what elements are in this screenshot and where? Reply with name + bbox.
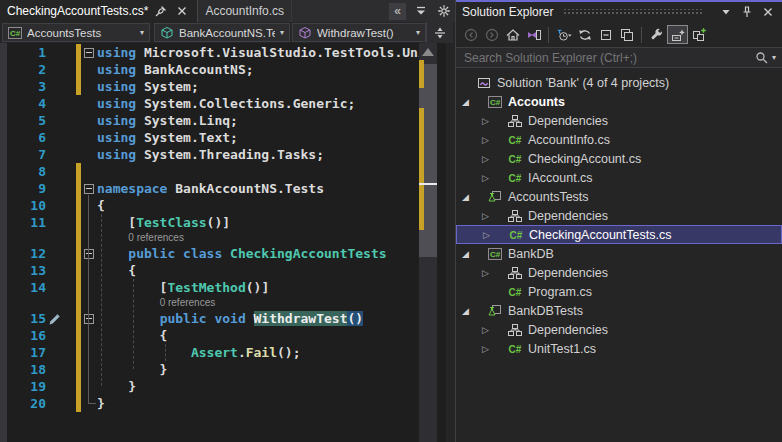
code-line[interactable]: 2using BankAccountNS;: [0, 61, 446, 78]
code-line[interactable]: 4using System.Collections.Generic;: [0, 95, 446, 112]
sync-active-document-icon[interactable]: [574, 25, 595, 44]
tree-expander[interactable]: ◢: [462, 249, 487, 259]
search-input[interactable]: [462, 50, 754, 66]
tree-expander[interactable]: ◢: [462, 192, 487, 202]
show-hidden-tabs-icon[interactable]: [412, 3, 429, 20]
code-text: }: [97, 395, 446, 412]
close-icon[interactable]: [760, 4, 776, 20]
code-line[interactable]: 12 public class CheckingAccountTests: [0, 245, 446, 262]
code-line[interactable]: 10{: [0, 197, 446, 214]
document-tab[interactable]: AccountInfo.cs: [198, 0, 292, 22]
tree-item-dependencies[interactable]: ▷Dependencies: [456, 206, 782, 225]
type-dropdown[interactable]: BankAccountNS.Tests▾: [154, 23, 290, 42]
gutter-spacer: [62, 129, 76, 146]
collapse-all-icon[interactable]: [595, 25, 616, 44]
code-line[interactable]: 11 [TestClass()]: [0, 214, 446, 231]
document-tab[interactable]: CheckingAccountTests.cs*: [0, 0, 198, 22]
csharp-project-icon: C#: [487, 246, 505, 262]
codelens-references[interactable]: 0 references: [97, 296, 446, 310]
tree-item-dependencies[interactable]: ▷Dependencies: [456, 111, 782, 130]
tree-item-unittest1-cs[interactable]: ▷C#UnitTest1.cs: [456, 339, 782, 358]
code-line[interactable]: 15 public void WithdrawTest(): [0, 310, 446, 327]
search-icon[interactable]: [754, 50, 770, 66]
tree-item-bankdbtests[interactable]: ◢BankDBTests: [456, 301, 782, 320]
code-line[interactable]: 18 }: [0, 361, 446, 378]
code-line[interactable]: 13 {: [0, 262, 446, 279]
tree-item-checkingaccount-cs[interactable]: ▷C#CheckingAccount.cs: [456, 149, 782, 168]
close-icon[interactable]: [174, 3, 190, 19]
chevron-down-icon[interactable]: [718, 4, 734, 20]
scroll-tabs-left-icon[interactable]: «: [389, 3, 406, 20]
gutter-spacer: [62, 344, 76, 361]
code-line[interactable]: 5using System.Linq;: [0, 112, 446, 129]
split-editor-button[interactable]: [426, 22, 453, 43]
code-line[interactable]: 1using Microsoft.VisualStudio.TestTools.…: [0, 44, 446, 61]
code-line[interactable]: 6using System.Text;: [0, 129, 446, 146]
tree-item-dependencies[interactable]: ▷Dependencies: [456, 320, 782, 339]
code-editor[interactable]: 1using Microsoft.VisualStudio.TestTools.…: [0, 43, 446, 442]
gutter-spacer: [62, 245, 76, 262]
fold-collapse-box[interactable]: [84, 249, 94, 259]
code-line[interactable]: 19 }: [0, 378, 446, 395]
tree-item-accountinfo-cs[interactable]: ▷C#AccountInfo.cs: [456, 130, 782, 149]
preview-icon[interactable]: [616, 25, 637, 44]
editor-scrollbar[interactable]: [419, 43, 437, 442]
home-icon[interactable]: [502, 25, 523, 44]
tree-item-checkingaccounttests-cs[interactable]: ▷C#CheckingAccountTests.cs: [456, 225, 782, 244]
code-line[interactable]: 7using System.Threading.Tasks;: [0, 146, 446, 163]
history-back-icon[interactable]: [460, 25, 481, 44]
chevron-down-icon: ▾: [411, 28, 425, 37]
tree-expander[interactable]: ▷: [482, 154, 507, 164]
csharp-file-icon: C#: [507, 151, 525, 167]
fold-collapse-box[interactable]: [84, 48, 94, 58]
scrollbar-up-arrow-icon[interactable]: [422, 48, 434, 56]
solution-explorer-titlebar: Solution Explorer: [456, 2, 782, 22]
codelens-row[interactable]: 0 references: [0, 296, 446, 310]
pin-icon[interactable]: [739, 4, 755, 20]
code-line[interactable]: 16 {: [0, 327, 446, 344]
tree-item-bankdb[interactable]: ◢C#BankDB: [456, 244, 782, 263]
tree-expander[interactable]: ▷: [482, 211, 507, 221]
tree-expander[interactable]: ▷: [482, 135, 507, 145]
tree-expander[interactable]: ▷: [482, 325, 507, 335]
tree-item-dependencies[interactable]: ▷Dependencies: [456, 263, 782, 282]
tree-item-accounts[interactable]: ◢C#Accounts: [456, 92, 782, 111]
fold-collapse-box[interactable]: [84, 184, 94, 194]
code-line[interactable]: 20}: [0, 395, 446, 412]
token-kw: using: [97, 62, 136, 77]
tree-expander[interactable]: ▷: [482, 173, 507, 183]
code-line[interactable]: 8: [0, 163, 446, 180]
settings-gear-icon[interactable]: [435, 3, 452, 20]
pending-changes-filter-icon[interactable]: [553, 25, 574, 44]
tree-expander[interactable]: ▷: [483, 230, 508, 240]
show-all-files-icon[interactable]: [688, 25, 709, 44]
tree-item-iaccount-cs[interactable]: ▷C#IAccount.cs: [456, 168, 782, 187]
code-line[interactable]: 3using System;: [0, 78, 446, 95]
codelens-references[interactable]: 0 references: [97, 231, 446, 245]
code-line[interactable]: 9namespace BankAccountNS.Tests: [0, 180, 446, 197]
history-forward-icon[interactable]: [481, 25, 502, 44]
preview-selected-items-icon[interactable]: [667, 25, 688, 44]
code-line[interactable]: 17 Assert.Fail();: [0, 344, 446, 361]
tree-expander[interactable]: ▷: [482, 268, 507, 278]
token-id: {: [97, 198, 105, 213]
tree-item-program-cs[interactable]: C#Program.cs: [456, 282, 782, 301]
titlebar-grip[interactable]: [563, 9, 703, 15]
member-dropdown[interactable]: WithdrawTest()▾: [292, 23, 426, 42]
fold-collapse-box[interactable]: [84, 314, 94, 324]
properties-wrench-icon[interactable]: [646, 25, 667, 44]
tree-item-label: CheckingAccountTests.cs: [526, 228, 671, 242]
codelens-row[interactable]: 0 references: [0, 231, 446, 245]
switch-views-icon[interactable]: [523, 25, 544, 44]
tree-expander[interactable]: ◢: [462, 97, 487, 107]
tree-expander[interactable]: ◢: [462, 306, 487, 316]
search-options-arrow-icon[interactable]: ▾: [772, 53, 776, 62]
code-line[interactable]: 14 [TestMethod()]: [0, 279, 446, 296]
tab-pin-icon[interactable]: [153, 3, 169, 19]
tree-expander[interactable]: ▷: [482, 344, 507, 354]
tree-item-solution-bank-4-of-4-projects-[interactable]: Solution 'Bank' (4 of 4 projects): [456, 73, 782, 92]
tree-expander[interactable]: ▷: [482, 116, 507, 126]
tree-item-accountstests[interactable]: ◢AccountsTests: [456, 187, 782, 206]
code-text: using System.Text;: [97, 129, 446, 146]
project-dropdown[interactable]: C#AccountsTests▾: [2, 23, 150, 42]
